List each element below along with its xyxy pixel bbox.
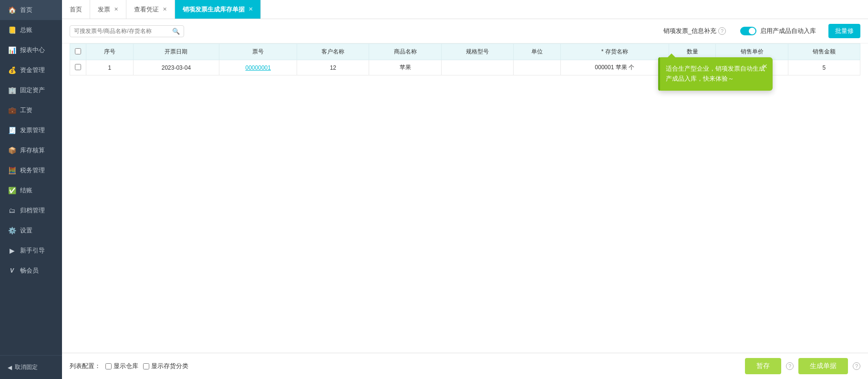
row-checkbox-cell <box>70 60 86 75</box>
sidebar-item-ledger[interactable]: 📒 总账 <box>0 20 62 40</box>
row-stock: 000001 苹果 个 <box>560 60 669 75</box>
sidebar-item-wages-label: 工资 <box>20 106 32 115</box>
tooltip-close-button[interactable]: ✕ <box>762 61 768 72</box>
archive-icon: 🗂 <box>8 207 16 214</box>
main-content: 首页 发票 ✕ 查看凭证 ✕ 销项发票生成库存单据 ✕ 🔍 销项发票_信息补充 … <box>62 0 868 379</box>
tooltip-popup: ✕ 适合生产型企业，销项发票自动生成产成品入库，快来体验～ <box>658 57 773 91</box>
list-config: 列表配置： 显示仓库 显示存货分类 <box>70 362 188 370</box>
select-all-checkbox[interactable] <box>75 48 81 54</box>
row-customer: 12 <box>297 60 369 75</box>
tab-generate-label: 销项发票生成库存单据 <box>183 5 245 14</box>
sidebar-item-inventory-label: 库存核算 <box>20 146 45 155</box>
row-unit <box>513 60 560 75</box>
row-number: 00000001 <box>219 60 297 75</box>
sidebar-bottom: ◀ 取消固定 <box>0 355 62 379</box>
inventory-icon: 📦 <box>8 147 16 154</box>
unfix-sidebar-button[interactable]: ◀ 取消固定 <box>0 359 62 375</box>
sidebar-item-invoices[interactable]: 🧾 发票管理 <box>0 120 62 140</box>
show-warehouse-checkbox[interactable] <box>105 363 112 369</box>
show-warehouse-label[interactable]: 显示仓库 <box>105 362 138 370</box>
info-label-area: 销项发票_信息补充 ? <box>663 27 726 35</box>
show-category-text: 显示存货分类 <box>151 362 188 370</box>
tab-invoice-close[interactable]: ✕ <box>114 6 118 12</box>
th-goods: 商品名称 <box>369 44 441 60</box>
generate-info-icon[interactable]: ? <box>853 362 860 370</box>
bottom-bar: 列表配置： 显示仓库 显示存货分类 暂存 ? 生成单据 ? <box>62 353 868 379</box>
sidebar-item-assets-label: 固定资产 <box>20 86 45 95</box>
row-seq: 1 <box>86 60 134 75</box>
sidebar-item-funds[interactable]: 💰 资金管理 <box>0 60 62 80</box>
th-seq: 序号 <box>86 44 134 60</box>
sidebar-item-assets[interactable]: 🏢 固定资产 <box>0 80 62 100</box>
sidebar-item-tax-label: 税务管理 <box>20 166 45 175</box>
sidebar-item-invoices-label: 发票管理 <box>20 126 45 135</box>
auto-warehouse-toggle[interactable] <box>740 27 756 35</box>
tab-invoice[interactable]: 发票 ✕ <box>90 0 126 19</box>
list-config-label: 列表配置： <box>70 362 101 370</box>
tab-generate-close[interactable]: ✕ <box>248 6 253 12</box>
toggle-label: 启用产成品自动入库 <box>760 27 816 35</box>
row-number-link[interactable]: 00000001 <box>246 64 271 71</box>
th-date: 开票日期 <box>133 44 219 60</box>
tax-icon: 🧮 <box>8 167 16 174</box>
toolbar-row: 🔍 销项发票_信息补充 ? 启用产成品自动入库 批量修 <box>62 19 868 43</box>
th-number: 票号 <box>219 44 297 60</box>
wages-icon: 💼 <box>8 106 16 114</box>
sidebar-item-settings[interactable]: ⚙️ 设置 <box>0 221 62 241</box>
ledger-icon: 📒 <box>8 26 16 34</box>
sidebar-item-vip[interactable]: V 畅会员 <box>0 261 62 281</box>
tab-bar: 首页 发票 ✕ 查看凭证 ✕ 销项发票生成库存单据 ✕ <box>62 0 868 19</box>
row-checkbox[interactable] <box>75 64 81 70</box>
th-checkbox <box>70 44 86 60</box>
sidebar-item-guide[interactable]: ▶ 新手引导 <box>0 241 62 261</box>
sidebar-item-inventory[interactable]: 📦 库存核算 <box>0 140 62 160</box>
unfix-label: 取消固定 <box>15 363 38 371</box>
unfix-icon: ◀ <box>8 364 12 371</box>
sidebar-item-reports-label: 报表中心 <box>20 46 45 54</box>
show-warehouse-text: 显示仓库 <box>114 362 138 370</box>
funds-icon: 💰 <box>8 66 16 74</box>
invoices-icon: 🧾 <box>8 126 16 134</box>
sidebar-item-home-label: 首页 <box>20 6 32 14</box>
save-info-icon[interactable]: ? <box>786 362 794 370</box>
sidebar-item-settle-label: 结账 <box>20 186 32 195</box>
show-category-label[interactable]: 显示存货分类 <box>143 362 188 370</box>
home-icon: 🏠 <box>8 6 16 14</box>
tab-voucher-close[interactable]: ✕ <box>163 6 167 12</box>
tooltip-bar <box>658 57 660 91</box>
tab-invoice-label: 发票 <box>98 5 110 14</box>
sidebar-item-guide-label: 新手引导 <box>20 246 45 255</box>
tab-home-label: 首页 <box>70 5 82 14</box>
sidebar-item-settle[interactable]: ✅ 结账 <box>0 180 62 200</box>
generate-button[interactable]: 生成单据 <box>798 358 848 374</box>
info-icon[interactable]: ? <box>718 27 726 35</box>
row-date: 2023-03-04 <box>133 60 219 75</box>
batch-button[interactable]: 批量修 <box>828 24 860 38</box>
tab-home[interactable]: 首页 <box>62 0 90 19</box>
search-icon[interactable]: 🔍 <box>172 28 180 35</box>
sidebar-item-tax[interactable]: 🧮 税务管理 <box>0 160 62 180</box>
info-label-text: 销项发票_信息补充 <box>663 27 716 35</box>
search-box[interactable]: 🔍 <box>70 25 184 37</box>
tooltip-text: 适合生产型企业，销项发票自动生成产成品入库，快来体验～ <box>666 65 765 82</box>
th-spec: 规格型号 <box>441 44 513 60</box>
toggle-area: 启用产成品自动入库 <box>740 27 816 35</box>
sidebar-item-archive[interactable]: 🗂 归档管理 <box>0 200 62 221</box>
guide-icon: ▶ <box>8 247 16 254</box>
tab-voucher[interactable]: 查看凭证 ✕ <box>126 0 175 19</box>
sidebar-item-home[interactable]: 🏠 首页 <box>0 0 62 20</box>
sidebar-item-vip-label: 畅会员 <box>20 266 39 275</box>
sidebar-item-wages[interactable]: 💼 工资 <box>0 100 62 120</box>
show-category-checkbox[interactable] <box>143 363 149 369</box>
sidebar-item-reports[interactable]: 📊 报表中心 <box>0 40 62 60</box>
th-amount: 销售金额 <box>788 44 860 60</box>
search-input[interactable] <box>74 28 169 34</box>
save-button[interactable]: 暂存 <box>745 358 781 374</box>
tab-generate[interactable]: 销项发票生成库存单据 ✕ <box>175 0 261 19</box>
row-spec <box>441 60 513 75</box>
assets-icon: 🏢 <box>8 86 16 94</box>
sidebar-item-funds-label: 资金管理 <box>20 66 45 74</box>
sidebar-item-archive-label: 归档管理 <box>20 206 45 215</box>
vip-icon: V <box>8 267 16 274</box>
row-amount: 5 <box>788 60 860 75</box>
